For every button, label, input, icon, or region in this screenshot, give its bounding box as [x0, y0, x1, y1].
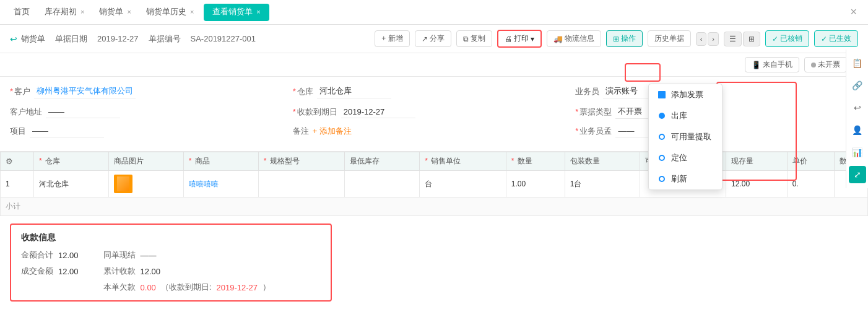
operations-button[interactable]: ⊞ 操作 — [606, 30, 643, 47]
sidebar-user-icon[interactable]: 👤 — [849, 121, 866, 139]
not-opened-button[interactable]: 未开票 — [804, 57, 847, 72]
history-button[interactable]: 历史单据 — [648, 30, 691, 47]
row-pack-qty: 1台 — [565, 171, 640, 198]
logistics-button[interactable]: 🚚 物流信息 — [547, 30, 601, 47]
tab-close-view-sales[interactable]: × — [256, 8, 260, 15]
doc-type-icon: ↩ — [10, 34, 17, 44]
subtotal-label: 小计 — [1, 198, 868, 216]
operations-dropdown: 添加发票 出库 可用量提取 定位 — [648, 84, 723, 190]
due-amount-row: 本单欠款 0.00 （收款到期日: 2019-12-27 ） — [103, 282, 271, 293]
subtotal-row: 小计 — [1, 198, 868, 216]
tab-sales[interactable]: 销货单 × — [92, 0, 138, 25]
project-field: 项目 —— — [10, 125, 293, 137]
effect-icon: ✓ — [821, 35, 827, 43]
warehouse-value[interactable]: 河北仓库 — [317, 84, 391, 98]
col-product-img: 商品图片 — [108, 152, 183, 171]
check-icon: ✓ — [772, 35, 778, 43]
global-close-button[interactable]: × — [845, 6, 862, 19]
tab-close-sales[interactable]: × — [127, 8, 131, 15]
print-icon: 🖨 — [505, 35, 512, 43]
tab-home[interactable]: 首页 — [6, 0, 37, 25]
col-settings[interactable]: ⚙ — [1, 152, 34, 171]
table-row: 1 河北仓库 嘻嘻嘻嘻 台 1.00 1台 — [1, 171, 868, 198]
form-row-2: 客户地址 —— *收款到期日 2019-12-27 *票据类型 不开票 — [10, 105, 858, 119]
customer-addr-value[interactable]: —— — [46, 106, 120, 118]
add-invoice-icon — [658, 90, 666, 99]
new-button[interactable]: + 新增 — [375, 30, 409, 47]
row-stock: 12.00 — [726, 171, 788, 198]
from-phone-button[interactable]: 📱 来自手机 — [745, 57, 799, 72]
nav-arrows: ‹ › — [696, 32, 719, 46]
row-unit: 台 — [420, 171, 506, 198]
copy-icon: ⧉ — [463, 35, 469, 43]
print-button[interactable]: 🖨 打印 ▾ — [497, 30, 542, 48]
outbound-item[interactable]: 出库 — [649, 105, 722, 126]
print-dropdown-arrow: ▾ — [531, 35, 534, 43]
locate-item[interactable]: 定位 — [649, 147, 722, 168]
tab-sales-history[interactable]: 销货单历史 × — [139, 0, 201, 25]
prev-button[interactable]: ‹ — [696, 32, 707, 46]
doc-actions: + 新增 ↗ 分享 ⧉ 复制 🖨 打印 ▾ 🚚 物流信息 — [375, 30, 858, 48]
row-min-stock — [345, 171, 420, 198]
payment-info-box: 收款信息 金额合计 12.00 成交金额 12.00 同单现结 —— — [10, 224, 332, 302]
notes-field: 备注 + 添加备注 — [293, 126, 576, 137]
row-qty[interactable]: 1.00 — [506, 171, 565, 198]
refresh-icon — [658, 175, 666, 183]
row-product[interactable]: 嘻嘻嘻嘻 — [183, 171, 258, 198]
date-value: 2019-12-27 — [97, 34, 139, 43]
payment-date-value[interactable]: 2019-12-27 — [341, 106, 415, 118]
col-spec: * 规格型号 — [258, 152, 345, 171]
form-section: *客户 柳州粤港平安气体有限公司 *仓库 河北仓库 业务员 演示账号 客户地址 … — [0, 77, 868, 152]
effective-button[interactable]: ✓ 已生效 — [814, 30, 858, 47]
col-product: * 商品 — [183, 152, 258, 171]
row-price[interactable]: 0. — [787, 171, 834, 198]
transaction-amount-value: 12.00 — [58, 267, 79, 276]
sidebar-expand-icon[interactable]: ⤢ — [849, 166, 866, 183]
cumulative-receipt-row: 累计收款 12.00 — [103, 266, 271, 277]
tab-inventory[interactable]: 库存期初 × — [37, 0, 92, 25]
phone-icon: 📱 — [752, 61, 761, 69]
cumulative-receipt-value: 12.00 — [141, 267, 161, 276]
sidebar-return-icon[interactable]: ↩ — [849, 99, 866, 116]
next-button[interactable]: › — [708, 32, 719, 46]
refresh-item[interactable]: 刷新 — [649, 168, 722, 189]
available-pick-icon — [658, 132, 666, 141]
tab-view-sales[interactable]: 查看销货单 × — [204, 4, 269, 21]
customer-value[interactable]: 柳州粤港平安气体有限公司 — [34, 84, 136, 98]
copy-button[interactable]: ⧉ 复制 — [456, 30, 492, 47]
share-button[interactable]: ↗ 分享 — [415, 30, 451, 47]
amount-total-row: 金额合计 12.00 — [21, 250, 79, 261]
same-order-value: —— — [141, 251, 157, 260]
doc-header: ↩ 销货单 单据日期 2019-12-27 单据编号 SA-20191227-0… — [0, 25, 868, 53]
locate-icon — [658, 154, 666, 162]
tab-close-sales-history[interactable]: × — [190, 8, 194, 15]
checked-button[interactable]: ✓ 已核销 — [765, 30, 809, 47]
table-header-row: ⚙ * 仓库 商品图片 * 商品 * 规格型号 最低库存 * 销售单位 * 数量… — [1, 152, 868, 171]
product-image — [114, 175, 132, 193]
row-spec — [258, 171, 345, 198]
available-pick-item[interactable]: 可用量提取 — [649, 126, 722, 147]
add-notes-button[interactable]: + 添加备注 — [313, 126, 352, 137]
sidebar-link-icon[interactable]: 🔗 — [849, 77, 866, 94]
tab-close-inventory[interactable]: × — [80, 8, 84, 15]
number-value: SA-20191227-001 — [191, 34, 256, 43]
col-qty: * 数量 — [506, 152, 565, 171]
row-index: 1 — [1, 171, 34, 198]
transaction-amount-row: 成交金额 12.00 — [21, 266, 79, 277]
due-date-value: 2019-12-27 — [216, 283, 258, 292]
col-min-stock: 最低库存 — [345, 152, 420, 171]
grid-view-button[interactable]: ⊞ — [743, 32, 760, 46]
sidebar-notes-icon[interactable]: 📋 — [849, 54, 866, 72]
row-product-img — [108, 171, 183, 198]
doc-type: ↩ 销货单 — [10, 33, 45, 45]
project-value[interactable]: —— — [30, 125, 104, 137]
sidebar-chart-icon[interactable]: 📊 — [849, 144, 866, 161]
number-label: 单据编号 — [149, 33, 181, 45]
col-unit: * 销售单位 — [420, 152, 506, 171]
tab-bar: 首页 库存期初 × 销货单 × 销货单历史 × 查看销货单 × × — [0, 0, 868, 25]
add-invoice-item[interactable]: 添加发票 — [649, 84, 722, 105]
share-icon: ↗ — [422, 35, 428, 43]
list-view-button[interactable]: ☰ — [724, 32, 742, 46]
due-amount-value: 0.00 — [141, 283, 156, 292]
main-content: ↩ 销货单 单据日期 2019-12-27 单据编号 SA-20191227-0… — [0, 25, 868, 330]
